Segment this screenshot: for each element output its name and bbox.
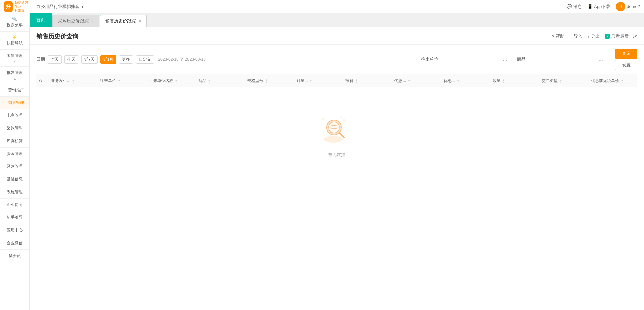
sidebar-item-wholesale[interactable]: 批发管理 ▴ xyxy=(0,67,29,84)
close-tab-sales-icon[interactable]: × xyxy=(139,19,141,23)
message-action[interactable]: 💬 消息 xyxy=(567,4,582,10)
sidebar-item-shortcut[interactable]: ⚡ 快捷导航 xyxy=(0,32,29,50)
logo-area: 好 畅捷通好生意 标准版 xyxy=(4,1,31,13)
page-content: 销售历史价查询 ? 帮助 ↑ 导入 ↓ 导出 ✓ xyxy=(30,27,644,310)
filter-right: 往来单位 ... 商品 ... 查询 设置 xyxy=(421,49,637,70)
tab-sales-history[interactable]: 销售历史价跟踪 × xyxy=(100,15,146,27)
sort-icon-partner-code: ▲▼ xyxy=(118,79,120,83)
date-btn-last7[interactable]: 近7天 xyxy=(81,55,98,64)
col-partner-code[interactable]: 往来单位 ▲▼ xyxy=(97,74,146,87)
svg-point-8 xyxy=(343,119,345,122)
tab-home[interactable]: 首页 xyxy=(30,13,52,27)
table-header-row: ⚙ 业务发生... ▲▼ 往来单位 ▲▼ xyxy=(36,74,637,87)
app-selector[interactable]: 办公用品行业模拟账套 ▾ xyxy=(34,2,86,11)
import-action[interactable]: ↑ 导入 xyxy=(570,33,582,39)
download-action[interactable]: 📱 App下载 xyxy=(587,4,610,10)
export-action[interactable]: ↓ 导出 xyxy=(588,33,600,39)
date-btn-yesterday[interactable]: 昨天 xyxy=(48,55,62,64)
sidebar-item-wechat[interactable]: 企业微信 xyxy=(0,237,29,250)
svg-point-7 xyxy=(322,118,324,120)
sort-icon-pre-tax-price: ▲▼ xyxy=(621,79,623,83)
phone-icon: 📱 xyxy=(587,4,593,9)
goods-filter-field: 商品 ... xyxy=(517,55,604,63)
svg-line-6 xyxy=(340,133,344,138)
sidebar-item-search[interactable]: 🔍 搜索菜单 xyxy=(0,13,29,32)
sidebar-item-retail[interactable]: 零售管理 ▾ xyxy=(0,50,29,67)
gear-icon: ⚙ xyxy=(39,79,43,83)
action-btn-group: 查询 设置 xyxy=(615,49,637,70)
header-right: 💬 消息 📱 App下载 d demo2 xyxy=(567,2,640,11)
col-biz-date[interactable]: 业务发生... ▲▼ xyxy=(48,74,97,87)
date-btn-custom[interactable]: 自定义 xyxy=(136,55,154,64)
page-title: 销售历史价查询 xyxy=(36,32,78,40)
date-filter-label: 日期 xyxy=(36,56,45,62)
top-header: 好 畅捷通好生意 标准版 办公用品行业模拟账套 ▾ 💬 消息 📱 App下载 d… xyxy=(0,0,644,13)
col-discount2[interactable]: 优惠... ▲▼ xyxy=(441,74,490,87)
partner-filter-field: 往来单位 ... xyxy=(421,55,508,63)
sort-icon-goods: ▲▼ xyxy=(208,79,210,83)
col-spec[interactable]: 规格型号 ▲▼ xyxy=(245,74,293,87)
table-area: ⚙ 业务发生... ▲▼ 往来单位 ▲▼ xyxy=(30,74,644,310)
col-pre-tax-price[interactable]: 优惠前无税单价 ▲▼ xyxy=(588,74,637,87)
date-btn-today[interactable]: 今天 xyxy=(64,55,78,64)
col-quantity[interactable]: 数量 ▲▼ xyxy=(490,74,539,87)
tab-purchase-history[interactable]: 采购历史价跟踪 × xyxy=(52,15,99,27)
user-action[interactable]: d demo2 xyxy=(616,2,640,11)
sort-icon-quoted-price: ▲▼ xyxy=(355,79,358,83)
question-icon: ? xyxy=(552,34,554,39)
goods-filter-input[interactable] xyxy=(538,55,595,63)
data-table: ⚙ 业务发生... ▲▼ 往来单位 ▲▼ xyxy=(36,74,637,87)
svg-rect-4 xyxy=(330,127,338,127)
svg-point-9 xyxy=(341,117,342,118)
col-goods[interactable]: 商品 ▲▼ xyxy=(196,74,245,87)
col-discount1[interactable]: 优惠... ▲▼ xyxy=(392,74,441,87)
sidebar-item-inventory[interactable]: 库存核算 xyxy=(0,135,29,148)
sort-icon-discount1: ▲▼ xyxy=(408,79,410,83)
col-partner-name[interactable]: 往来单位名称 ▲▼ xyxy=(147,74,196,87)
message-icon: 💬 xyxy=(567,4,572,9)
tab-bar: 首页 采购历史价跟踪 × 销售历史价跟踪 × xyxy=(30,13,644,27)
svg-rect-5 xyxy=(331,128,337,129)
svg-rect-3 xyxy=(331,125,337,126)
sidebar-item-appstore[interactable]: 应用中心 xyxy=(0,224,29,237)
sort-icon-quantity: ▲▼ xyxy=(502,79,505,83)
empty-illustration xyxy=(317,114,357,148)
avatar: d xyxy=(616,2,625,11)
sort-icon-spec: ▲▼ xyxy=(265,79,268,83)
search-icon: 🔍 xyxy=(12,17,17,21)
goods-dots-icon[interactable]: ... xyxy=(597,56,604,62)
only-last-checkbox-label[interactable]: ✓ 只看最后一次 xyxy=(605,33,637,39)
sidebar-item-sales[interactable]: 销售管理 xyxy=(0,97,29,109)
sidebar-item-operations[interactable]: 经营管理 xyxy=(0,160,29,173)
settings-button[interactable]: 设置 xyxy=(615,60,637,70)
help-action[interactable]: ? 帮助 xyxy=(552,33,565,39)
sidebar-item-guide[interactable]: 新手引导 xyxy=(0,211,29,224)
col-trade-type[interactable]: 交易类型 ▲▼ xyxy=(539,74,588,87)
shortcut-icon: ⚡ xyxy=(12,35,17,40)
col-quoted-price[interactable]: 报价 ▲▼ xyxy=(343,74,392,87)
sidebar-item-marketing[interactable]: 营销推广 xyxy=(0,84,29,97)
content-area: 首页 采购历史价跟踪 × 销售历史价跟踪 × 销售历史价查询 ? 帮助 xyxy=(30,13,644,310)
sort-icon-partner-name: ▲▼ xyxy=(175,79,177,83)
chevron-down-icon: ▾ xyxy=(81,4,84,9)
sidebar-item-purchase[interactable]: 采购管理 xyxy=(0,122,29,135)
sidebar-item-system[interactable]: 系统管理 xyxy=(0,186,29,199)
query-button[interactable]: 查询 xyxy=(615,49,637,59)
partner-filter-input[interactable] xyxy=(442,55,499,63)
col-unit[interactable]: 计量... ▲▼ xyxy=(294,74,343,87)
sidebar: 🔍 搜索菜单 ⚡ 快捷导航 零售管理 ▾ 批发管理 ▴ 营销推广 销售管理 电商… xyxy=(0,13,30,310)
close-tab-purchase-icon[interactable]: × xyxy=(91,19,93,23)
sidebar-item-finance[interactable]: 资金管理 xyxy=(0,148,29,160)
sidebar-item-basic[interactable]: 基础信息 xyxy=(0,173,29,186)
page-header-actions: ? 帮助 ↑ 导入 ↓ 导出 ✓ 只看最后一次 xyxy=(552,33,637,39)
col-settings[interactable]: ⚙ xyxy=(36,74,48,87)
date-btn-more[interactable]: 更多 xyxy=(119,55,133,64)
empty-state: 暂无数据 xyxy=(36,87,637,185)
sidebar-item-ecommerce[interactable]: 电商管理 xyxy=(0,109,29,122)
date-btn-last1m[interactable]: 近1月 xyxy=(100,55,117,64)
date-range-display: 2023-02-18 至 2023-03-18 xyxy=(158,57,205,62)
sidebar-item-enterprise[interactable]: 企业协同 xyxy=(0,199,29,211)
sidebar-item-member[interactable]: 畅会员 xyxy=(0,250,29,262)
partner-filter-label: 往来单位 xyxy=(421,56,440,62)
partner-dots-icon[interactable]: ... xyxy=(501,56,508,62)
